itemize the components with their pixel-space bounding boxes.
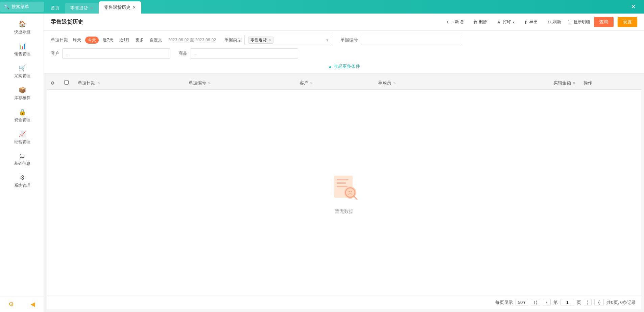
customer-input[interactable]: ...: [62, 48, 170, 59]
tab-retail-return[interactable]: 零售退货 ✕: [65, 3, 99, 14]
display-detail-checkbox[interactable]: 显示明细: [568, 19, 590, 25]
sidebar-label-operations: 经营管理: [14, 139, 30, 145]
select-all-checkbox[interactable]: [64, 80, 69, 85]
voucher-type-tag-close[interactable]: ✕: [268, 38, 271, 42]
main-layout: 🏠 快捷导航 📊 销售管理 🛒 采购管理 📦 库存核算 🔒 资金管理 📈 经营管…: [0, 14, 644, 312]
page-unit: 页: [577, 299, 581, 306]
last-page-btn[interactable]: ⟩⟩: [594, 299, 604, 306]
sidebar-label-sales: 销售管理: [14, 51, 30, 57]
refresh-icon: ↻: [547, 20, 551, 25]
col-customer: 客户 ⇅: [295, 76, 374, 90]
display-detail-input[interactable]: [568, 20, 572, 24]
purchase-icon: 🛒: [19, 64, 26, 72]
tab-retail-return-history-close[interactable]: ✕: [133, 5, 136, 10]
per-page-select[interactable]: 50 ▾: [516, 299, 528, 306]
top-bar-right: ✕: [628, 2, 644, 12]
empty-text: 暂无数据: [335, 208, 354, 215]
voucher-no-filter: 单据编号: [340, 35, 462, 45]
voucher-type-select[interactable]: 零售退货 ✕ ▾: [244, 35, 332, 45]
inventory-icon: 📦: [19, 86, 26, 94]
sidebar-item-quicknav[interactable]: 🏠 快捷导航: [0, 16, 44, 38]
svg-rect-2: [337, 182, 346, 184]
export-button[interactable]: ⬆ 导出: [521, 18, 541, 26]
date-opt-7days[interactable]: 近7天: [101, 37, 115, 44]
sidebar-item-basicinfo[interactable]: 🗂 基础信息: [0, 148, 44, 170]
prev-page-btn[interactable]: ⟨: [543, 299, 551, 306]
per-page-value: 50: [518, 300, 523, 305]
empty-icon: [327, 171, 361, 204]
search-menu-label: 搜索菜单: [11, 4, 29, 10]
collapse-up-icon: ▲: [328, 64, 332, 69]
customer-label: 客户: [51, 50, 59, 57]
page-title: 零售退货历史: [51, 19, 83, 26]
window-close-button[interactable]: ✕: [628, 2, 639, 12]
table-settings-icon[interactable]: ⚙: [51, 81, 55, 86]
date-opt-today[interactable]: 今天: [85, 37, 99, 44]
sidebar-label-inventory: 库存核算: [14, 95, 30, 101]
delete-button[interactable]: 🗑 删除: [470, 18, 490, 26]
system-icon: ⚙: [20, 174, 25, 181]
settings-button[interactable]: 设置: [618, 17, 637, 27]
sidebar: 🏠 快捷导航 📊 销售管理 🛒 采购管理 📦 库存核算 🔒 资金管理 📈 经营管…: [0, 14, 44, 312]
next-page-btn[interactable]: ⟩: [584, 299, 592, 306]
svg-rect-3: [337, 186, 348, 187]
goods-filter: 商品 ...: [178, 48, 298, 59]
goods-input[interactable]: ...: [190, 48, 298, 59]
tab-retail-return-history[interactable]: 零售退货历史 ✕: [99, 1, 141, 14]
voucher-type-tag: 零售退货 ✕: [248, 37, 273, 44]
date-opt-custom[interactable]: 自定义: [148, 37, 164, 44]
col-no: 单据编号 ⇅: [185, 76, 295, 90]
export-icon: ⬆: [524, 20, 528, 25]
settings-bottom-btn[interactable]: ⚙: [8, 300, 14, 308]
refresh-button[interactable]: ↻ 刷新: [545, 18, 564, 26]
basicinfo-icon: 🗂: [19, 152, 25, 159]
sort-customer-icon[interactable]: ⇅: [310, 81, 313, 85]
date-opt-more[interactable]: 更多: [134, 37, 146, 44]
sort-no-icon[interactable]: ⇅: [208, 81, 211, 85]
search-menu[interactable]: 🔍 搜索菜单: [0, 2, 44, 12]
svg-point-7: [349, 191, 350, 192]
print-icon: 🖨: [497, 20, 501, 25]
tab-bar: 首页 零售退货 ✕ 零售退货历史 ✕: [44, 0, 628, 14]
voucher-no-input[interactable]: [361, 35, 462, 45]
date-opt-yesterday[interactable]: 昨天: [71, 37, 83, 44]
print-button[interactable]: 🖨 打印 ▾: [494, 18, 517, 26]
voucher-type-dropdown-icon: ▾: [326, 38, 329, 43]
collapse-button[interactable]: ▲ 收起更多条件: [328, 63, 360, 69]
first-page-btn[interactable]: ⟨⟨: [531, 299, 540, 306]
date-options: 昨天 今天 近7天 近1月 更多 自定义: [71, 37, 164, 44]
new-button[interactable]: ＋ + 新增: [443, 18, 466, 26]
sort-amount-icon[interactable]: ⇅: [573, 81, 575, 85]
sidebar-label-quicknav: 快捷导航: [14, 29, 30, 35]
delete-icon: 🗑: [473, 20, 477, 25]
svg-point-8: [351, 191, 352, 192]
customer-filter: 客户 ...: [51, 48, 170, 59]
goods-label: 商品: [178, 50, 187, 57]
col-settings: ⚙: [47, 76, 60, 90]
filter-row-2: 客户 ... 商品 ...: [51, 48, 637, 59]
sidebar-item-sales[interactable]: 📊 销售管理: [0, 38, 44, 60]
date-opt-1month[interactable]: 近1月: [117, 37, 132, 44]
search-icon: 🔍: [4, 4, 9, 9]
voucher-type-filter: 单据类型 零售退货 ✕ ▾: [224, 35, 332, 45]
voucher-type-label: 单据类型: [224, 37, 242, 43]
per-page-dropdown-icon: ▾: [523, 300, 526, 305]
collapse-sidebar-btn[interactable]: ◀: [30, 300, 35, 308]
sidebar-item-operations[interactable]: 📈 经营管理: [0, 126, 44, 148]
sidebar-item-inventory[interactable]: 📦 库存核算: [0, 82, 44, 104]
sidebar-item-finance[interactable]: 🔒 资金管理: [0, 104, 44, 126]
col-checkbox: [60, 76, 74, 90]
sort-guide-icon[interactable]: ⇅: [393, 81, 396, 85]
tab-retail-return-close[interactable]: ✕: [90, 6, 93, 10]
top-bar: 🔍 搜索菜单 首页 零售退货 ✕ 零售退货历史 ✕ ✕: [0, 0, 644, 14]
sidebar-item-purchase[interactable]: 🛒 采购管理: [0, 60, 44, 82]
sort-date-icon[interactable]: ⇅: [97, 81, 100, 85]
tab-home[interactable]: 首页: [45, 3, 65, 14]
page-input[interactable]: [560, 299, 574, 306]
goods-placeholder: ...: [194, 51, 197, 56]
content-area: 零售退货历史 ＋ + 新增 🗑 删除 🖨 打印 ▾ ⬆ 导出: [44, 14, 644, 312]
query-button[interactable]: 查询: [594, 17, 614, 27]
filter-row-1: 单据日期 昨天 今天 近7天 近1月 更多 自定义 2023-06-02 至 2…: [51, 35, 637, 45]
sidebar-item-system[interactable]: ⚙ 系统管理: [0, 170, 44, 192]
per-page-label: 每页显示: [495, 299, 513, 306]
